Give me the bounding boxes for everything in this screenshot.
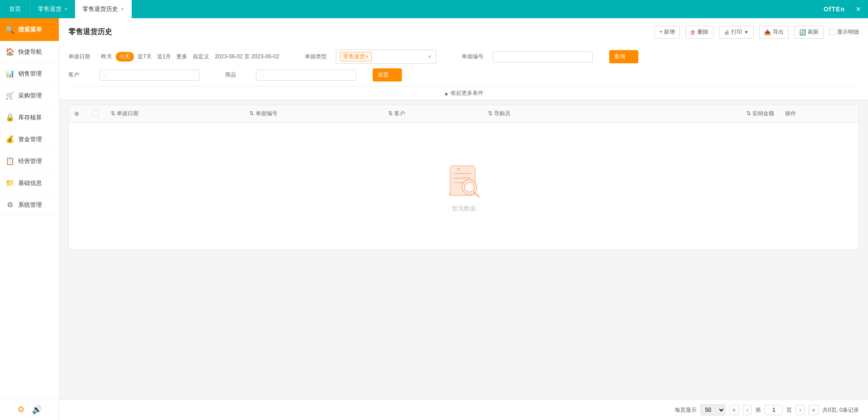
new-button-label: + 新增: [659, 28, 675, 36]
th-doc-no-label: ⇅ 单据编号: [249, 110, 277, 117]
tab-retail-return-history-close[interactable]: ×: [121, 6, 124, 12]
th-guide-label: ⇅ 导购员: [488, 110, 510, 117]
delete-button[interactable]: 🗑 删除: [685, 26, 714, 39]
sidebar-item-basic-info[interactable]: 📁 基础信息: [0, 172, 59, 194]
th-spacer: [602, 105, 641, 123]
search-icon: 🔍: [5, 26, 15, 34]
page-input[interactable]: [765, 405, 783, 415]
goods-filter-input[interactable]: ...: [256, 70, 356, 81]
th-guide[interactable]: ⇅ 导购员: [483, 105, 602, 123]
th-customer[interactable]: ⇅ 客户: [383, 105, 483, 123]
empty-illustration: [441, 159, 487, 205]
tab-retail-return-label: 零售退货: [38, 5, 62, 13]
sidebar-search-label: 搜索菜单: [18, 26, 42, 34]
next-page-button[interactable]: ›: [796, 405, 805, 415]
type-tag-value: 零售退货: [343, 53, 365, 61]
page-label: 第: [755, 406, 761, 414]
th-doc-no[interactable]: ⇅ 单据编号: [244, 105, 383, 123]
window-close-button[interactable]: ×: [848, 5, 861, 14]
display-toggle[interactable]: 显示明细: [829, 28, 859, 36]
last-page-button[interactable]: »: [808, 405, 819, 415]
page-size-label: 每页显示: [675, 406, 697, 414]
date-opt-7days[interactable]: 近7天: [136, 52, 154, 61]
tab-retail-return[interactable]: 零售退货 ×: [31, 0, 75, 18]
date-opt-yesterday[interactable]: 昨天: [99, 52, 114, 61]
th-amount-label: ⇅ 实销金额: [746, 110, 774, 117]
sidebar-item-finance[interactable]: 💰 资金管理: [0, 128, 59, 150]
settings-button[interactable]: 设置: [373, 68, 402, 82]
date-opt-1month[interactable]: 近1月: [155, 52, 173, 61]
toolbar: + 新增 🗑 删除 🖨 打印 ▼ 📤 导出: [654, 26, 859, 39]
sidebar-bottom: ⚙ 🔊: [0, 399, 59, 420]
type-filter-tag: 零售退货 ×: [340, 52, 372, 61]
tab-list: 首页 零售退货 × 零售退货历史 ×: [0, 0, 823, 18]
query-button[interactable]: 查询: [609, 50, 638, 63]
sidebar-item-quick-nav[interactable]: 🏠 快捷导航: [0, 41, 59, 63]
operations-icon: 📋: [5, 157, 15, 165]
doc-number-input[interactable]: [493, 51, 593, 62]
date-options: 昨天 今天 近7天 近1月 更多 自定义: [99, 52, 211, 61]
sidebar-item-purchase-label: 采购管理: [18, 92, 42, 100]
svg-point-7: [457, 168, 460, 170]
th-amount[interactable]: ⇅ 实销金额: [641, 105, 780, 123]
th-date-label: ⇅ 单据日期: [111, 110, 139, 117]
date-range-display: 2023-06-02 至 2023-06-02: [215, 53, 279, 61]
type-tag-close[interactable]: ×: [366, 54, 369, 59]
th-action: 操作: [780, 105, 858, 123]
date-opt-today[interactable]: 今天: [116, 52, 134, 61]
basic-info-icon: 📁: [5, 179, 15, 187]
settings-button-label: 设置: [378, 71, 389, 79]
new-button[interactable]: + 新增: [654, 26, 680, 39]
refresh-button[interactable]: 🔄 刷新: [794, 26, 824, 39]
tab-retail-return-close[interactable]: ×: [64, 6, 67, 12]
tab-retail-return-history[interactable]: 零售退货历史 ×: [75, 0, 132, 18]
pagination-bar: 每页显示 10 20 50 100 « ‹ 第 页 › » 共0页, 0条记录: [59, 400, 868, 420]
volume-icon[interactable]: 🔊: [32, 405, 42, 415]
th-customer-label: ⇅ 客户: [388, 110, 405, 117]
delete-button-label: 删除: [698, 28, 709, 36]
svg-line-6: [474, 192, 479, 197]
sidebar-search[interactable]: 🔍 搜索菜单: [0, 18, 59, 41]
first-page-button[interactable]: «: [729, 405, 740, 415]
type-select-arrow: ▼: [427, 54, 432, 59]
type-filter-label: 单据类型: [305, 53, 332, 61]
sidebar-item-system-mgmt-label: 系统管理: [18, 201, 42, 209]
page-size-select[interactable]: 10 20 50 100: [700, 405, 725, 415]
sales-mgmt-icon: 📊: [5, 69, 15, 78]
th-date[interactable]: ⇅ 单据日期: [105, 105, 244, 123]
th-checkbox[interactable]: [87, 105, 105, 123]
sidebar-item-sales-mgmt[interactable]: 📊 销售管理: [0, 63, 59, 85]
display-checkbox[interactable]: [829, 29, 835, 35]
main-layout: 🔍 搜索菜单 🏠 快捷导航 📊 销售管理 🛒 采购管理 🔒 库存核算 💰 资金管…: [0, 18, 868, 420]
system-mgmt-icon: ⚙: [5, 200, 15, 209]
date-opt-more[interactable]: 更多: [175, 52, 189, 61]
select-all-checkbox[interactable]: [92, 110, 98, 116]
export-button[interactable]: 📤 导出: [759, 26, 789, 39]
finance-icon: 💰: [5, 135, 15, 143]
sidebar-item-purchase-mgmt[interactable]: 🛒 采购管理: [0, 85, 59, 107]
print-button[interactable]: 🖨 打印 ▼: [719, 26, 754, 39]
collapse-bar[interactable]: ▲ 收起更多条件: [68, 86, 859, 100]
delete-icon: 🗑: [690, 29, 696, 36]
th-settings[interactable]: ⚙: [69, 105, 87, 123]
type-filter-select[interactable]: 零售退货 × ▼: [336, 50, 436, 64]
data-table: ⚙ ⇅ 单据日期 ⇅ 单据编号 ⇅ 客户: [68, 105, 859, 250]
refresh-button-label: 刷新: [808, 28, 819, 36]
date-opt-custom[interactable]: 自定义: [191, 52, 211, 61]
prev-page-button[interactable]: ‹: [743, 405, 752, 415]
sidebar-item-quick-nav-label: 快捷导航: [18, 48, 42, 56]
sidebar-item-operations[interactable]: 📋 经营管理: [0, 150, 59, 172]
sidebar-item-basic-info-label: 基础信息: [18, 179, 42, 187]
customer-filter-input[interactable]: ...: [99, 70, 200, 81]
filter-row-1: 单据日期 昨天 今天 近7天 近1月 更多 自定义 2023-06-02 至 2…: [68, 50, 859, 64]
topbar-right: OfTEn ×: [823, 5, 868, 14]
tab-retail-return-history-label: 零售退货历史: [82, 5, 118, 13]
column-settings-icon[interactable]: ⚙: [74, 111, 79, 117]
tab-home[interactable]: 首页: [0, 0, 31, 18]
sidebar-item-inventory[interactable]: 🔒 库存核算: [0, 107, 59, 128]
settings-bottom-icon[interactable]: ⚙: [17, 405, 25, 415]
content-header: 零售退货历史 + 新增 🗑 删除 🖨 打印 ▼ 📤: [59, 18, 868, 100]
quick-nav-icon: 🏠: [5, 47, 15, 56]
doc-number-label: 单据编号: [462, 53, 489, 61]
sidebar-item-system-mgmt[interactable]: ⚙ 系统管理: [0, 194, 59, 216]
